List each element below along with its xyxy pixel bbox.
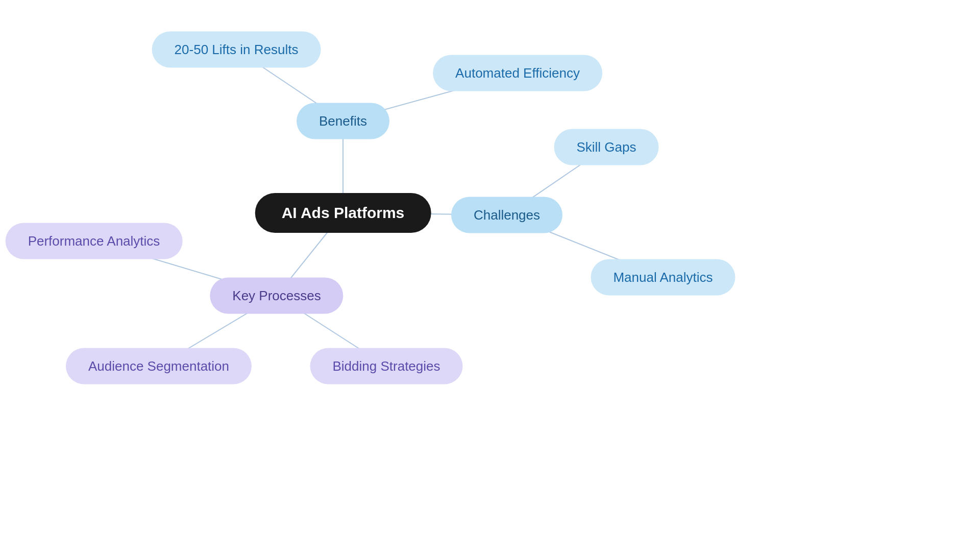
mind-map: AI Ads Platforms Benefits 20-50 Lifts in… <box>0 0 980 553</box>
bidding-strategies-node[interactable]: Bidding Strategies <box>310 348 462 384</box>
manual-analytics-node[interactable]: Manual Analytics <box>591 259 735 296</box>
lifts-node[interactable]: 20-50 Lifts in Results <box>152 32 321 68</box>
performance-analytics-node[interactable]: Performance Analytics <box>6 223 183 259</box>
center-node[interactable]: AI Ads Platforms <box>255 193 431 233</box>
skill-gaps-node[interactable]: Skill Gaps <box>554 129 658 165</box>
benefits-node[interactable]: Benefits <box>297 103 389 139</box>
challenges-node[interactable]: Challenges <box>451 197 562 233</box>
key-processes-node[interactable]: Key Processes <box>210 278 343 314</box>
automated-node[interactable]: Automated Efficiency <box>433 55 602 91</box>
audience-segmentation-node[interactable]: Audience Segmentation <box>66 348 252 384</box>
